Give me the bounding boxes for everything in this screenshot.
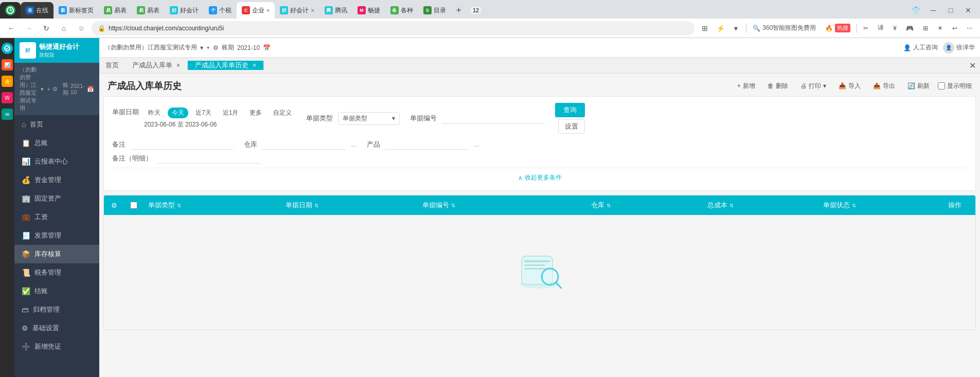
- tab-mulu[interactable]: S 目录: [418, 2, 451, 19]
- type-filter-select[interactable]: 单据类型 ▾: [338, 112, 400, 125]
- sidebar-item-invoice[interactable]: 🧾 发票管理: [14, 226, 99, 245]
- warehouse-dots[interactable]: ...: [351, 140, 357, 148]
- tab-yibiao2[interactable]: 易 易表: [132, 2, 165, 19]
- tab-tengxun[interactable]: 腾 腾讯: [319, 2, 352, 19]
- print-button[interactable]: 🖨 打印 ▾: [796, 80, 830, 92]
- select-all-checkbox[interactable]: [130, 202, 137, 209]
- hot-search[interactable]: 🔥 热搜: [822, 23, 853, 33]
- refresh-button[interactable]: ↻: [39, 21, 54, 35]
- add-icon[interactable]: +: [47, 86, 50, 92]
- show-detail-checkbox[interactable]: [938, 82, 945, 89]
- user-service-btn[interactable]: 👤 人工咨询: [903, 43, 938, 52]
- tab-geshui[interactable]: 个 个税: [204, 2, 237, 19]
- sidebar-item-ledger[interactable]: 📋 总账: [14, 134, 99, 152]
- query-button[interactable]: 查询: [555, 103, 585, 117]
- main-close-button[interactable]: ✕: [965, 61, 980, 70]
- th-checkbox[interactable]: [124, 202, 143, 209]
- game-button[interactable]: 🎮: [903, 24, 917, 33]
- warehouse-filter-input[interactable]: [262, 139, 346, 150]
- undo-button[interactable]: ↩: [949, 24, 960, 33]
- shirt-icon[interactable]: 👕: [908, 3, 923, 17]
- date-btn-more[interactable]: 更多: [245, 107, 266, 118]
- th-warehouse[interactable]: 仓库 ⇅: [586, 201, 702, 210]
- th-num[interactable]: 单据编号 ⇅: [417, 201, 586, 210]
- tab-yibiao1[interactable]: 易 易表: [99, 2, 132, 19]
- sidebar-item-home[interactable]: ⌂ 首页: [14, 115, 99, 134]
- settings-button[interactable]: ⋯: [964, 24, 976, 33]
- tab-changjie[interactable]: M 畅捷: [352, 2, 385, 19]
- date-btn-custom[interactable]: 自定义: [269, 107, 296, 118]
- remark-detail-filter-input[interactable]: [157, 153, 260, 164]
- search-toolbar[interactable]: 🔍 360智能抠图免费用: [750, 23, 819, 33]
- scissors-button[interactable]: ✂: [860, 24, 871, 33]
- yuan-button[interactable]: ¥: [890, 24, 900, 33]
- remark-filter-input[interactable]: [131, 139, 234, 150]
- new-button[interactable]: + 新增: [733, 80, 759, 92]
- sidebar-item-reports[interactable]: 📊 云报表中心: [14, 152, 99, 171]
- calendar-icon[interactable]: 📅: [87, 86, 94, 93]
- date-btn-7days[interactable]: 近7天: [191, 107, 216, 118]
- export-button[interactable]: 📤 导出: [869, 80, 899, 92]
- user-avatar[interactable]: 👤 徐泽华: [943, 42, 975, 53]
- tab-zaixin[interactable]: 在 在线: [21, 2, 54, 19]
- tab-special[interactable]: [0, 2, 21, 19]
- translate-button[interactable]: 译: [875, 23, 887, 33]
- page-tab-list[interactable]: 产成品入库单 ×: [125, 61, 188, 70]
- product-dots[interactable]: ...: [474, 140, 479, 148]
- sidebar-item-payroll[interactable]: 💼 工资: [14, 208, 99, 226]
- tab-close-icon[interactable]: ×: [311, 7, 314, 13]
- date-btn-1month[interactable]: 近1月: [219, 107, 243, 118]
- settings-icon2[interactable]: ⚙: [213, 44, 219, 51]
- dropdown-icon[interactable]: ▾: [200, 44, 203, 51]
- sidebar-item-settings[interactable]: ⚙ 基础设置: [14, 319, 99, 337]
- th-settings[interactable]: ⚙: [104, 202, 124, 209]
- theme-button[interactable]: ☀: [934, 24, 946, 33]
- sidebar-item-tax[interactable]: 📜 税务管理: [14, 263, 99, 282]
- forward-button[interactable]: →: [22, 21, 36, 35]
- tab-close-icon[interactable]: ×: [266, 7, 270, 13]
- dropdown-button[interactable]: ▾: [728, 21, 743, 35]
- sidebar-item-inventory[interactable]: 📦 库存核算: [14, 245, 99, 263]
- product-filter-input[interactable]: [385, 139, 469, 150]
- num-filter-input[interactable]: [442, 113, 545, 124]
- home-button[interactable]: ⌂: [57, 21, 71, 35]
- lightning-button[interactable]: ⚡: [713, 21, 727, 35]
- tab-new[interactable]: 新 新标签页: [54, 2, 99, 19]
- sidebar-item-checkout[interactable]: ✅ 结账: [14, 282, 99, 300]
- date-btn-today[interactable]: 今天: [168, 107, 188, 118]
- nav-icon-2[interactable]: ⭐: [1, 75, 13, 87]
- refresh-button[interactable]: 🔄 刷新: [903, 80, 934, 92]
- tab-qiye[interactable]: C 企业 ×: [237, 2, 275, 19]
- tab-haokuai2[interactable]: 好 好会计 ×: [275, 2, 319, 19]
- th-date[interactable]: 单据日期 ⇅: [280, 201, 418, 210]
- sidebar-company[interactable]: （勿删勿禁用）江西服宝测试专用 ▾ + ⚙ 账期 2021-10 📅: [14, 63, 99, 115]
- collapse-button[interactable]: ∧ 收起更多条件: [518, 173, 562, 182]
- tab-haokuai1[interactable]: 好 好会计: [165, 2, 204, 19]
- apps-button[interactable]: ⊞: [698, 21, 712, 35]
- grid-button[interactable]: ⊞: [920, 24, 931, 33]
- restore-button[interactable]: □: [943, 3, 958, 17]
- address-input[interactable]: 🔒 https://cloud.chanjet.com/accounting/u…: [92, 21, 694, 35]
- bookmark-button[interactable]: ☆: [74, 21, 88, 35]
- nav-icon-1[interactable]: 📊: [1, 59, 13, 71]
- app-logo[interactable]: [1, 42, 13, 55]
- nav-icon-3[interactable]: W: [1, 92, 13, 104]
- settings-icon[interactable]: ⚙: [52, 86, 58, 93]
- breadcrumb-home[interactable]: 首页: [99, 58, 125, 73]
- page-tab-history-close-icon[interactable]: ×: [253, 62, 256, 69]
- page-tab-history[interactable]: 产成品入库单历史 ×: [188, 61, 264, 70]
- close-button[interactable]: ✕: [960, 3, 976, 17]
- sidebar-item-fixed-assets[interactable]: 🏢 固定资产: [14, 189, 99, 208]
- new-tab-button[interactable]: +: [451, 2, 467, 19]
- th-type[interactable]: 单据类型 ⇅: [143, 201, 280, 210]
- date-btn-yesterday[interactable]: 昨天: [144, 107, 165, 118]
- sidebar-item-funds[interactable]: 💰 资金管理: [14, 171, 99, 189]
- th-status[interactable]: 单据状态 ⇅: [818, 201, 934, 210]
- tab-gezhong[interactable]: 各 各种: [385, 2, 418, 19]
- th-cost[interactable]: 总成本 ⇅: [702, 201, 818, 210]
- sidebar-item-new-voucher[interactable]: ➕ 新增凭证: [14, 337, 99, 356]
- page-tab-close-icon[interactable]: ×: [176, 62, 180, 69]
- calendar-icon2[interactable]: 📅: [263, 44, 271, 51]
- filter-settings-button[interactable]: 设置: [558, 119, 585, 134]
- delete-button[interactable]: 🗑 删除: [763, 80, 792, 92]
